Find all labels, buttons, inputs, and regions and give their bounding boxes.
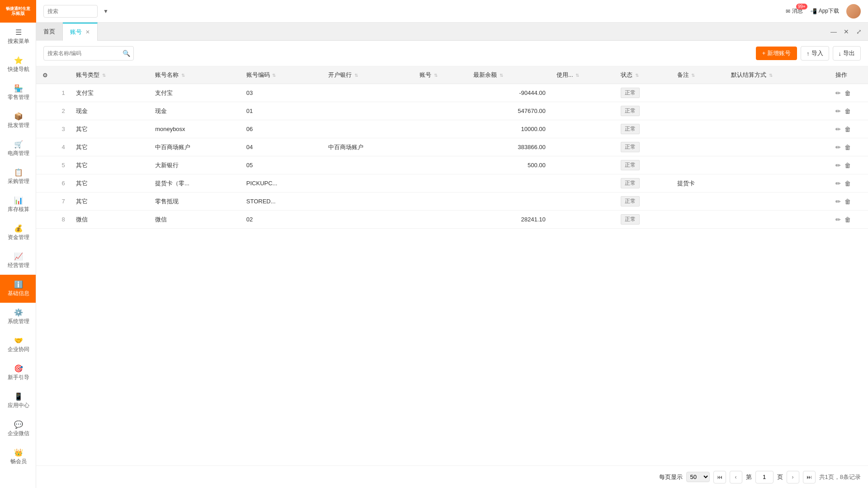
user-avatar[interactable] <box>846 4 861 19</box>
sidebar-item-ops[interactable]: 📈 经营管理 <box>0 247 36 275</box>
sidebar-item-ecom[interactable]: 🛒 电商管理 <box>0 135 36 163</box>
first-page-button[interactable]: ⏮ <box>713 471 726 483</box>
message-button[interactable]: ✉ 消息 99+ <box>786 7 803 15</box>
edit-button[interactable]: ✏ <box>835 89 841 97</box>
tab-bar-actions: — ✕ ⤢ <box>828 26 868 37</box>
search-icon[interactable]: 🔍 <box>123 50 130 57</box>
edit-button[interactable]: ✏ <box>835 216 841 223</box>
sidebar-item-vip[interactable]: 👑 畅会员 <box>0 443 36 471</box>
edit-button[interactable]: ✏ <box>835 162 841 169</box>
tab-expand-button[interactable]: ⤢ <box>854 26 864 37</box>
top-search-input[interactable] <box>43 5 98 18</box>
action-btns: ✏ 🗑 <box>835 198 864 205</box>
th-status[interactable]: 状态 ⇅ <box>617 66 673 84</box>
sidebar-item-wholesale[interactable]: 📦 批发管理 <box>0 107 36 135</box>
import-button[interactable]: ↑ 导入 <box>801 46 829 61</box>
sort-icon: ⇅ <box>102 73 106 78</box>
sidebar-item-new-guide[interactable]: 🎯 新手引导 <box>0 359 36 387</box>
cell-actions: ✏ 🗑 <box>832 211 868 229</box>
accounts-table: ⚙ 账号类型 ⇅ 账号名称 ⇅ 账号编码 ⇅ 开户银行 ⇅ 账号 ⇅ 最新余额 … <box>36 66 868 229</box>
th-account-no[interactable]: 账号 ⇅ <box>416 66 470 84</box>
tab-minimize-button[interactable]: — <box>828 26 839 37</box>
top-bar-dropdown[interactable]: ▼ <box>103 8 108 14</box>
cell-actions: ✏ 🗑 <box>832 174 868 192</box>
import-label: 导入 <box>811 49 823 57</box>
th-account-type[interactable]: 账号类型 ⇅ <box>72 66 151 84</box>
next-page-button[interactable]: › <box>787 471 799 483</box>
cell-open-bank <box>325 120 416 138</box>
delete-button[interactable]: 🗑 <box>844 216 851 223</box>
new-guide-icon: 🎯 <box>3 364 34 373</box>
delete-button[interactable]: 🗑 <box>844 126 851 133</box>
th-use-status[interactable]: 使用... ⇅ <box>553 66 618 84</box>
edit-button[interactable]: ✏ <box>835 180 841 187</box>
tab-account[interactable]: 账号 ✕ <box>63 23 98 41</box>
cell-num: 5 <box>54 156 72 174</box>
sidebar-item-app-center[interactable]: 📱 应用中心 <box>0 387 36 415</box>
edit-button[interactable]: ✏ <box>835 198 841 205</box>
th-remark[interactable]: 备注 ⇅ <box>674 66 727 84</box>
table-row: 5 其它 大新银行 05 500.00 正常 ✏ 🗑 <box>36 156 868 174</box>
export-button[interactable]: ↓ 导出 <box>833 46 861 61</box>
sidebar-item-basic-info[interactable]: ℹ️ 基础信息 <box>0 275 36 303</box>
basic-info-icon: ℹ️ <box>3 280 34 289</box>
edit-button[interactable]: ✏ <box>835 126 841 133</box>
sidebar-item-search-menu[interactable]: ☰ 搜索菜单 <box>0 23 36 51</box>
cell-status: 正常 <box>617 84 673 102</box>
edit-button[interactable]: ✏ <box>835 144 841 151</box>
cell-use-status <box>553 84 618 102</box>
cell-account-type: 支付宝 <box>72 84 151 102</box>
sidebar-item-finance[interactable]: 💰 资金管理 <box>0 219 36 247</box>
quick-nav-icon: ⭐ <box>3 56 34 65</box>
top-bar-left: ▼ <box>43 5 108 18</box>
cell-account-code: 02 <box>243 211 325 229</box>
sidebar-item-corp-agreement[interactable]: 🤝 企业协同 <box>0 331 36 359</box>
th-account-code[interactable]: 账号编码 ⇅ <box>243 66 325 84</box>
app-icon: 📲 <box>810 8 817 14</box>
sidebar-item-inventory[interactable]: 📊 库存核算 <box>0 191 36 219</box>
sidebar-item-corp-wechat[interactable]: 💬 企业微信 <box>0 415 36 443</box>
sidebar-item-quick-nav[interactable]: ⭐ 快捷导航 <box>0 51 36 79</box>
tab-account-label: 账号 <box>70 28 82 36</box>
delete-button[interactable]: 🗑 <box>844 108 851 115</box>
prev-page-button[interactable]: ‹ <box>730 471 742 483</box>
tab-close-icon[interactable]: ✕ <box>85 29 90 35</box>
cell-settings <box>36 192 54 211</box>
cell-actions: ✏ 🗑 <box>832 138 868 156</box>
sort-icon: ⇅ <box>576 73 579 78</box>
th-account-name[interactable]: 账号名称 ⇅ <box>151 66 243 84</box>
cell-use-status <box>553 174 618 192</box>
cell-open-bank <box>325 84 416 102</box>
cell-use-status <box>553 156 618 174</box>
th-default-settlement[interactable]: 默认结算方式 ⇅ <box>727 66 832 84</box>
cell-account-type: 其它 <box>72 174 151 192</box>
status-badge: 正常 <box>621 214 640 225</box>
sidebar-item-purchase[interactable]: 📋 采购管理 <box>0 163 36 191</box>
th-open-bank[interactable]: 开户银行 ⇅ <box>325 66 416 84</box>
sidebar-item-sys-mgmt[interactable]: ⚙️ 系统管理 <box>0 303 36 331</box>
th-latest-balance[interactable]: 最新余额 ⇅ <box>470 66 552 84</box>
add-account-button[interactable]: + 新增账号 <box>756 47 797 60</box>
cell-default-settlement <box>727 84 832 102</box>
purchase-icon: 📋 <box>3 168 34 177</box>
edit-button[interactable]: ✏ <box>835 108 841 115</box>
delete-button[interactable]: 🗑 <box>844 180 851 187</box>
delete-button[interactable]: 🗑 <box>844 162 851 169</box>
table-row: 1 支付宝 支付宝 03 -90444.00 正常 ✏ 🗑 <box>36 84 868 102</box>
status-badge: 正常 <box>621 178 640 188</box>
delete-button[interactable]: 🗑 <box>844 144 851 151</box>
last-page-button[interactable]: ⏭ <box>803 471 816 483</box>
per-page-label: 每页显示 <box>659 473 683 481</box>
th-settings[interactable]: ⚙ <box>36 66 54 84</box>
import-icon: ↑ <box>807 50 810 57</box>
tab-home[interactable]: 首页 <box>36 23 63 41</box>
page-input[interactable] <box>755 471 774 483</box>
sidebar-item-retail[interactable]: 🏪 零售管理 <box>0 79 36 107</box>
search-input[interactable] <box>43 46 134 61</box>
delete-button[interactable]: 🗑 <box>844 198 851 205</box>
page-size-select[interactable]: 50 100 200 <box>686 472 710 482</box>
tab-close-button[interactable]: ✕ <box>841 26 852 37</box>
delete-button[interactable]: 🗑 <box>844 89 851 97</box>
app-download-button[interactable]: 📲 App下载 <box>810 7 839 15</box>
table-row: 6 其它 提货卡（零... PICKUPC... 正常 提货卡 ✏ 🗑 <box>36 174 868 192</box>
